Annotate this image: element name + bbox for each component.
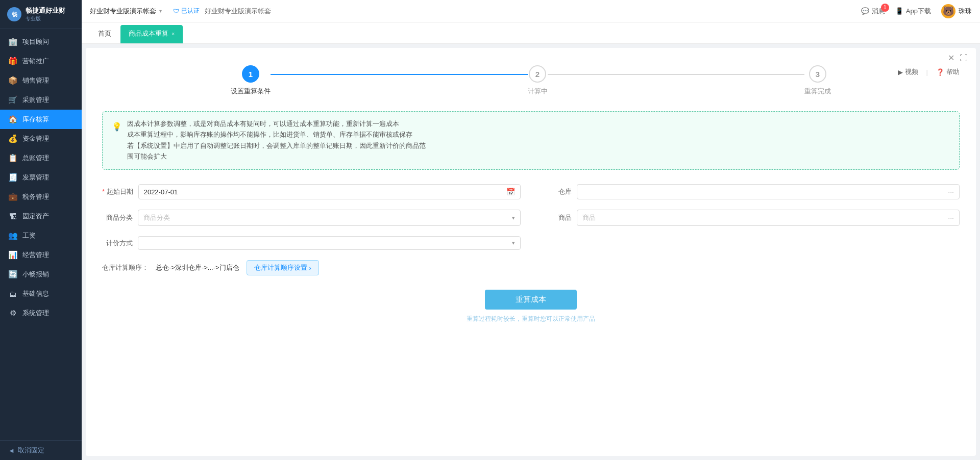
step-1: 1 设置重算条件 [231,65,271,96]
info-icon: 💡 [112,120,122,162]
step-3-circle: 3 [809,65,826,83]
step-video-help: ▶ 视频 | ❓ 帮助 [898,67,960,76]
expand-window-button[interactable]: ⛶ [960,54,968,63]
sales-icon: 📦 [8,76,17,85]
category-row: 商品分类 商品分类 ▾ [102,210,521,226]
warehouse-order-settings-button[interactable]: 仓库计算顺序设置 › [247,260,319,275]
inventory-icon: 🏠 [8,115,17,124]
form-grid: 起始日期 2022-07-01 📅 仓库 ··· 商品分类 商品分类 [102,184,960,250]
sidebar-item-label-system: 系统管理 [22,309,49,318]
sidebar-item-label-basic: 基础信息 [22,289,49,298]
app-edition: 专业版 [26,15,65,22]
sidebar-item-label-accounting: 总账管理 [22,154,49,163]
sidebar-item-label-expense: 小畅报销 [22,270,49,279]
sidebar-item-tax[interactable]: 💼 税务管理 [0,187,82,207]
help-icon: ❓ [936,68,944,76]
chevron-right-icon: › [309,264,311,272]
calendar-icon: 📅 [506,188,515,196]
product-input[interactable]: 商品 ··· [577,210,960,226]
warehouse-input[interactable]: ··· [577,184,960,199]
message-button[interactable]: 💬 消息 1 [861,7,885,16]
video-link[interactable]: ▶ 视频 [898,67,918,76]
start-date-input[interactable]: 2022-07-01 📅 [138,184,521,199]
account-name: 好业财专业版演示帐套 [90,7,156,16]
step-2-circle: 2 [529,65,546,83]
sidebar-item-label-inventory: 库存核算 [22,115,49,124]
warehouse-order-label: 仓库计算顺序： [102,263,149,272]
help-divider: | [926,68,928,76]
warehouse-label: 仓库 [541,187,572,196]
sidebar-item-payroll[interactable]: 👥 工资 [0,226,82,245]
product-more-icon: ··· [948,214,954,222]
product-placeholder: 商品 [582,213,596,222]
invoice-icon: 🧾 [8,173,17,182]
sidebar-item-inventory[interactable]: 🏠 库存核算 [0,110,82,129]
marketing-icon: 🎁 [8,57,17,66]
warehouse-order-row: 仓库计算顺序： 总仓->深圳仓库->...->门店仓 仓库计算顺序设置 › [102,260,960,275]
sidebar-item-marketing[interactable]: 🎁 营销推广 [0,52,82,71]
info-text: 因成本计算参数调整，或是对商品成本有疑问时，可以通过成本重算功能，重新计算一遍成… [127,119,426,162]
tab-home[interactable]: 首页 [90,25,119,43]
warehouse-order-value: 总仓->深圳仓库->...->门店仓 [156,263,239,272]
topbar: 好业财专业版演示帐套 ▾ 🛡 已认证 好业财专业版演示帐套 💬 消息 1 📱 A… [82,0,980,22]
sidebar-item-label-marketing: 营销推广 [22,57,49,66]
steps-container: 1 设置重算条件 2 计算中 3 重算完成 ▶ 视频 [102,60,960,96]
account-dropdown-arrow: ▾ [159,8,162,14]
sidebar-item-operation[interactable]: 📊 经营管理 [0,245,82,265]
recalculate-button[interactable]: 重算成本 [485,290,577,310]
step-1-circle: 1 [242,65,259,83]
verified-icon: 🛡 [173,8,179,15]
sidebar-item-label-invoice: 发票管理 [22,173,49,182]
step-2-label: 计算中 [528,87,548,96]
sidebar-item-project[interactable]: 🏢 项目顾问 [0,32,82,52]
sidebar-item-label-assets: 固定资产 [22,212,49,221]
app-name: 畅捷通好业财 [26,6,65,15]
sidebar: 畅 畅捷通好业财 专业版 🏢 项目顾问 🎁 营销推广 📦 销售管理 🛒 采购管理… [0,0,82,460]
sidebar-header-text: 畅捷通好业财 专业版 [26,6,65,22]
pin-icon: ◄ [8,447,15,454]
sidebar-item-system[interactable]: ⚙ 系统管理 [0,303,82,323]
sidebar-item-finance[interactable]: 💰 资金管理 [0,129,82,148]
message-icon: 💬 [861,7,869,15]
start-date-label: 起始日期 [102,187,133,196]
topbar-verified: 🛡 已认证 [173,7,200,15]
sidebar-item-sales[interactable]: 📦 销售管理 [0,71,82,90]
sidebar-item-assets[interactable]: 🏗 固定资产 [0,207,82,226]
pricing-arrow: ▾ [512,240,515,246]
tab-product-cost[interactable]: 商品成本重算 × [120,25,183,43]
info-box: 💡 因成本计算参数调整，或是对商品成本有疑问时，可以通过成本重算功能，重新计算一… [102,111,960,170]
finance-icon: 💰 [8,134,17,143]
sidebar-item-invoice[interactable]: 🧾 发票管理 [0,168,82,187]
sidebar-item-basic[interactable]: 🗂 基础信息 [0,284,82,303]
sidebar-item-label-project: 项目顾问 [22,37,49,46]
category-label: 商品分类 [102,213,133,222]
help-link[interactable]: ❓ 帮助 [936,67,960,76]
page-content: ✕ ⛶ 1 设置重算条件 2 计算中 3 重算完成 [86,48,976,456]
sidebar-item-accounting[interactable]: 📋 总账管理 [0,148,82,168]
basic-icon: 🗂 [8,289,17,298]
avatar: 🐻 [941,4,955,18]
start-date-value: 2022-07-01 [144,188,178,196]
category-placeholder: 商品分类 [143,213,170,222]
sidebar-item-purchase[interactable]: 🛒 采购管理 [0,90,82,110]
category-select[interactable]: 商品分类 ▾ [138,210,521,226]
topbar-account[interactable]: 好业财专业版演示帐套 ▾ [90,7,162,16]
sidebar-item-expense[interactable]: 🔄 小畅报销 [0,265,82,284]
sidebar-cancel-pin[interactable]: ◄ 取消固定 [0,440,82,460]
sidebar-item-label-finance: 资金管理 [22,134,49,143]
tab-close-button[interactable]: × [172,31,175,37]
user-avatar-area[interactable]: 🐻 珠珠 [941,4,972,18]
pricing-select[interactable]: ▾ [138,236,521,250]
project-icon: 🏢 [8,37,17,46]
sidebar-item-label-tax: 税务管理 [22,192,49,201]
expense-icon: 🔄 [8,270,17,279]
app-logo-icon: 畅 [7,7,21,21]
steps-wrapper: 1 设置重算条件 2 计算中 3 重算完成 [231,65,831,96]
tax-icon: 💼 [8,192,17,201]
app-download-button[interactable]: 📱 App下载 [895,7,931,16]
pricing-row: 计价方式 ▾ [102,236,521,250]
topbar-right: 💬 消息 1 📱 App下载 🐻 珠珠 [861,4,972,18]
step-3: 3 重算完成 [804,65,831,96]
warehouse-more-icon: ··· [948,188,954,196]
product-row: 商品 商品 ··· [541,210,960,226]
